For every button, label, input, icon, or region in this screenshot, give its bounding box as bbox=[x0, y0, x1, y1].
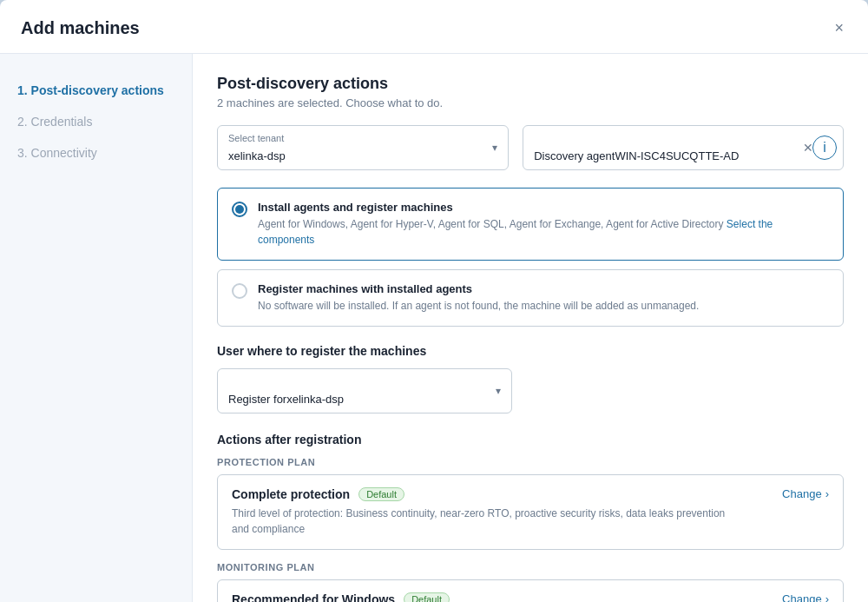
select-tenant-dropdown[interactable]: Select tenant xelinka-dsp ▾ bbox=[217, 125, 509, 170]
sidebar-item-credentials[interactable]: 2. Credentials bbox=[0, 106, 192, 137]
dialog-body: 1. Post-discovery actions 2. Credentials… bbox=[0, 54, 868, 602]
monitoring-plan-info: Recommended for Windows Default Monitors… bbox=[232, 592, 510, 602]
sidebar: 1. Post-discovery actions 2. Credentials… bbox=[0, 54, 193, 602]
monitoring-plan-label: MONITORING PLAN bbox=[217, 562, 844, 572]
radio-content-register: Register machines with installed agents … bbox=[258, 282, 699, 314]
sidebar-item-connectivity[interactable]: 3. Connectivity bbox=[0, 137, 192, 169]
agent-field-group: Discovery agent WIN-ISC4SUCQTTE-AD ✕ i bbox=[523, 125, 844, 170]
sidebar-item-post-discovery[interactable]: 1. Post-discovery actions bbox=[0, 75, 192, 106]
protection-plan-badge: Default bbox=[358, 487, 404, 501]
select-tenant-label: Select tenant bbox=[228, 133, 284, 143]
radio-content-install: Install agents and register machines Age… bbox=[258, 201, 829, 248]
radio-label-install: Install agents and register machines bbox=[258, 201, 829, 214]
main-content: Post-discovery actions 2 machines are se… bbox=[193, 54, 868, 602]
protection-plan-label: PROTECTION PLAN bbox=[217, 457, 844, 467]
user-register-title: User where to register the machines bbox=[217, 344, 844, 358]
radio-button-register bbox=[232, 283, 247, 299]
protection-plan-info: Complete protection Default Third level … bbox=[232, 487, 735, 537]
tenant-field-group: Select tenant xelinka-dsp ▾ bbox=[217, 125, 509, 170]
select-tenant-value: xelinka-dsp bbox=[228, 149, 286, 162]
radio-options: Install agents and register machines Age… bbox=[217, 188, 844, 327]
protection-plan-desc: Third level of protection: Business cont… bbox=[232, 506, 735, 537]
dialog-title: Add machines bbox=[21, 18, 140, 38]
discovery-agent-field: Discovery agent WIN-ISC4SUCQTTE-AD ✕ bbox=[523, 125, 844, 170]
protection-plan-change-button[interactable]: Change › bbox=[782, 487, 829, 500]
register-for-dropdown[interactable]: Register for xelinka-dsp ▾ bbox=[217, 368, 512, 413]
dialog-header: Add machines × bbox=[0, 0, 868, 54]
close-button[interactable]: × bbox=[831, 16, 847, 41]
register-chevron-icon: ▾ bbox=[496, 385, 501, 397]
monitoring-plan-change-button[interactable]: Change › bbox=[782, 592, 829, 602]
chevron-down-icon: ▾ bbox=[492, 142, 497, 154]
radio-button-install bbox=[232, 202, 247, 217]
actions-after-title: Actions after registration bbox=[217, 433, 844, 447]
monitoring-plan-card: Recommended for Windows Default Monitors… bbox=[217, 579, 844, 602]
section-title: Post-discovery actions bbox=[217, 75, 844, 93]
register-for-value: xelinka-dsp bbox=[286, 393, 344, 406]
radio-desc-register: No software will be installed. If an age… bbox=[258, 298, 699, 314]
discovery-agent-label: Discovery agent bbox=[534, 149, 615, 162]
add-machines-dialog: Add machines × 1. Post-discovery actions… bbox=[0, 0, 868, 602]
register-for-label: Register for bbox=[228, 393, 286, 406]
radio-option-register-only[interactable]: Register machines with installed agents … bbox=[217, 269, 844, 327]
info-icon[interactable]: i bbox=[812, 136, 837, 160]
radio-option-install-agents[interactable]: Install agents and register machines Age… bbox=[217, 188, 844, 261]
protection-plan-card: Complete protection Default Third level … bbox=[217, 474, 844, 550]
fields-row: Select tenant xelinka-dsp ▾ Discovery ag… bbox=[217, 125, 844, 170]
radio-desc-install: Agent for Windows, Agent for Hyper-V, Ag… bbox=[258, 216, 829, 248]
monitoring-plan-title: Recommended for Windows Default bbox=[232, 592, 510, 602]
discovery-agent-value: WIN-ISC4SUCQTTE-AD bbox=[615, 149, 739, 162]
radio-label-register: Register machines with installed agents bbox=[258, 282, 699, 295]
register-for-section: User where to register the machines Regi… bbox=[217, 344, 844, 413]
monitoring-plan-badge: Default bbox=[404, 592, 450, 602]
protection-plan-title: Complete protection Default bbox=[232, 487, 735, 501]
section-subtitle: 2 machines are selected. Choose what to … bbox=[217, 96, 844, 109]
actions-section: Actions after registration PROTECTION PL… bbox=[217, 433, 844, 602]
